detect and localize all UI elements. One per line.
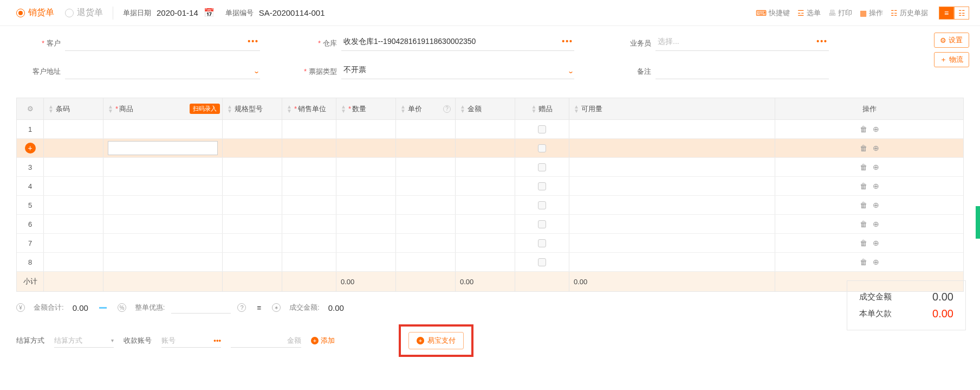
col-qty: 数量: [352, 104, 366, 114]
summary-deal-value: 0.00: [932, 291, 953, 303]
tab-return[interactable]: 退货单: [65, 7, 103, 18]
salesman-input[interactable]: 选择...•••: [656, 36, 829, 51]
doc-date-value[interactable]: 2020-01-14: [157, 8, 198, 17]
sort-icon[interactable]: ▲▼: [48, 105, 54, 113]
add-icon[interactable]: ⊕: [873, 163, 879, 171]
product-input[interactable]: [108, 141, 218, 155]
account-select[interactable]: 账号•••: [161, 334, 221, 348]
table-header: ⚙ ▲▼条码 ▲▼*商品扫码录入 ▲▼规格型号 ▲▼*销售单位 ▲▼*数量 ▲▼…: [17, 98, 963, 120]
scan-badge[interactable]: 扫码录入: [190, 104, 220, 114]
add-icon[interactable]: ⊕: [873, 125, 879, 133]
operate-label: 操作: [869, 8, 883, 18]
calendar-icon[interactable]: 📅: [204, 8, 215, 18]
customer-input[interactable]: •••: [65, 36, 260, 51]
more-icon[interactable]: •••: [562, 37, 573, 46]
sort-icon[interactable]: ▲▼: [108, 105, 113, 113]
address-input[interactable]: ⌄: [65, 64, 260, 79]
gift-checkbox[interactable]: [538, 182, 546, 190]
table-row[interactable]: 4🗑⊕: [17, 177, 963, 196]
select-order-button[interactable]: ☲选单: [797, 8, 821, 18]
gift-checkbox[interactable]: [538, 201, 546, 209]
add-icon[interactable]: ⊕: [873, 182, 879, 190]
delete-icon[interactable]: 🗑: [860, 144, 867, 152]
top-actions: ⌨快捷键 ☲选单 🖶打印 ▦操作 ☷历史单据 ≡ ☷: [756, 7, 969, 20]
add-icon[interactable]: ⊕: [873, 144, 879, 152]
table-footer: 小计 0.00 0.00 0.00: [17, 272, 963, 291]
sort-icon[interactable]: ▲▼: [574, 105, 579, 113]
tab-sales[interactable]: 销货单: [16, 7, 54, 18]
table-row[interactable]: 6🗑⊕: [17, 215, 963, 234]
delete-icon[interactable]: 🗑: [860, 258, 867, 266]
print-label: 打印: [838, 8, 852, 18]
col-ops: 操作: [862, 104, 877, 114]
help-icon[interactable]: ?: [237, 303, 246, 312]
table-row[interactable]: 7🗑⊕: [17, 234, 963, 253]
sort-icon[interactable]: ▲▼: [287, 105, 292, 113]
table-row[interactable]: 5🗑⊕: [17, 196, 963, 215]
add-label: 添加: [321, 336, 335, 346]
operate-button[interactable]: ▦操作: [860, 8, 883, 18]
print-button[interactable]: 🖶打印: [828, 8, 852, 18]
right-drawer-handle[interactable]: [976, 206, 980, 239]
delete-icon[interactable]: 🗑: [860, 125, 867, 133]
delete-icon[interactable]: 🗑: [860, 201, 867, 209]
more-icon[interactable]: •••: [816, 37, 828, 46]
table-row[interactable]: 8🗑⊕: [17, 253, 963, 272]
remark-input[interactable]: [656, 64, 829, 79]
gift-checkbox[interactable]: [538, 239, 546, 247]
totals-row: ¥ 金额合计: 0.00 % 整单优惠: ? = ✶ 成交金额: 0.00: [0, 292, 980, 314]
gift-checkbox[interactable]: [538, 144, 546, 152]
sort-icon[interactable]: ▲▼: [400, 105, 406, 113]
warehouse-input[interactable]: 收发仓库1--1904281619118630002350•••: [341, 36, 574, 51]
salesman-placeholder: 选择...: [658, 37, 679, 46]
row-index: 8: [28, 258, 32, 266]
view-compact[interactable]: ≡: [939, 7, 954, 20]
sort-icon[interactable]: ▲▼: [531, 105, 537, 113]
ticket-value: 不开票: [343, 65, 366, 74]
account-label: 收款账号: [124, 336, 152, 346]
customer-label: 客户: [47, 39, 61, 47]
add-payment-button[interactable]: +添加: [311, 336, 335, 346]
discount-input[interactable]: [171, 302, 231, 314]
shortcut-button[interactable]: ⌨快捷键: [756, 8, 790, 18]
col-gift: 赠品: [538, 104, 553, 114]
more-icon[interactable]: •••: [213, 336, 221, 344]
gift-checkbox[interactable]: [538, 125, 546, 133]
gift-checkbox[interactable]: [538, 163, 546, 171]
table-row[interactable]: 3🗑⊕: [17, 158, 963, 177]
yibao-pay-button[interactable]: +易宝支付: [408, 332, 464, 349]
gift-checkbox[interactable]: [538, 258, 546, 266]
sort-icon[interactable]: ▲▼: [341, 105, 346, 113]
add-row-button[interactable]: +: [25, 143, 36, 154]
ticket-input[interactable]: 不开票⌄: [341, 64, 574, 79]
settle-select[interactable]: 结算方式▾: [54, 334, 114, 348]
doc-no-field: 单据编号 SA-20200114-001: [225, 8, 325, 18]
delete-icon[interactable]: 🗑: [860, 239, 867, 247]
add-icon[interactable]: ⊕: [873, 220, 879, 228]
gift-checkbox[interactable]: [538, 220, 546, 228]
chevron-down-icon: ▾: [111, 337, 114, 343]
sort-icon[interactable]: ▲▼: [460, 105, 465, 113]
amount-placeholder: 金额: [287, 336, 301, 346]
amount-input[interactable]: 金额: [231, 334, 301, 348]
history-button[interactable]: ☷历史单据: [891, 8, 928, 18]
delete-icon[interactable]: 🗑: [860, 163, 867, 171]
row-index: 3: [28, 163, 32, 171]
table-row[interactable]: 1🗑⊕: [17, 120, 963, 139]
view-detail[interactable]: ☷: [954, 7, 969, 20]
delete-icon[interactable]: 🗑: [860, 220, 867, 228]
delete-icon[interactable]: 🗑: [860, 182, 867, 190]
sort-icon[interactable]: ▲▼: [227, 105, 232, 113]
customer-field: *客户 •••: [16, 36, 260, 51]
help-icon[interactable]: ?: [443, 105, 451, 113]
gear-icon[interactable]: ⚙: [27, 105, 34, 113]
subtotal-amount: 0.00: [460, 278, 473, 286]
chevron-down-icon[interactable]: ⌄: [567, 67, 574, 75]
chevron-down-icon[interactable]: ⌄: [253, 67, 260, 75]
row-index: 5: [28, 201, 32, 209]
add-icon[interactable]: ⊕: [873, 201, 879, 209]
more-icon[interactable]: •••: [248, 37, 259, 46]
add-icon[interactable]: ⊕: [873, 239, 879, 247]
table-row[interactable]: +🗑⊕: [17, 139, 963, 158]
add-icon[interactable]: ⊕: [873, 258, 879, 266]
